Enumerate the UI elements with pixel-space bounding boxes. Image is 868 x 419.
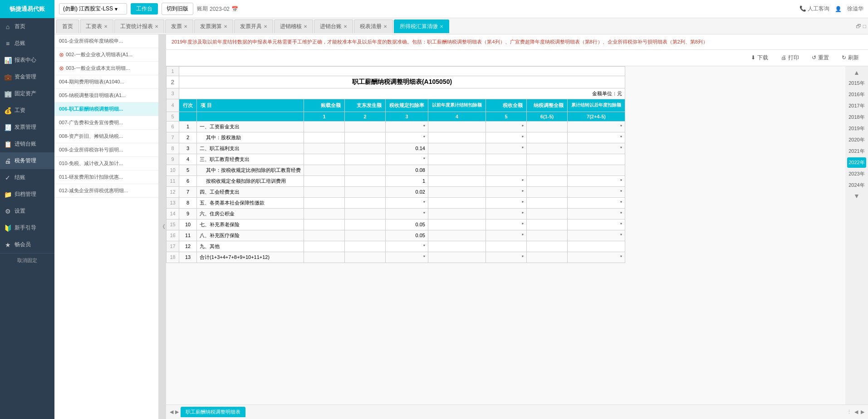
close-icon[interactable]: ✕ xyxy=(304,24,307,29)
nav-right-icon[interactable]: ▶ xyxy=(175,409,179,415)
print-button[interactable]: 🖨 打印 xyxy=(777,53,803,63)
close-icon[interactable]: ✕ xyxy=(155,24,158,29)
year-2022[interactable]: 2022年 xyxy=(847,157,866,168)
ledger-icon: ≡ xyxy=(4,40,12,47)
item-003-label: 003-一般企业成本支出明细... xyxy=(66,65,130,72)
close-icon[interactable]: ✕ xyxy=(440,24,443,29)
year-2019[interactable]: 2019年 xyxy=(847,123,866,134)
close-icon[interactable]: ✕ xyxy=(224,24,227,29)
table-row: 11 6 按税收规定全额扣除的职工培训费用 1 * * xyxy=(167,175,625,186)
tab-invoice-calc[interactable]: 发票测算 ✕ xyxy=(194,19,233,33)
left-item-009[interactable]: 009-企业所得税弥补亏损明... xyxy=(54,143,158,157)
scroll-right-icon[interactable]: ▶ xyxy=(861,409,864,415)
invoice-icon: 🧾 xyxy=(4,124,12,131)
refresh-button[interactable]: ↻ 刷新 xyxy=(838,53,863,63)
year-2016[interactable]: 2016年 xyxy=(847,89,866,100)
sidebar-item-invoice[interactable]: 🧾 发票管理 xyxy=(0,119,54,136)
left-item-003[interactable]: ⊗ 003-一般企业成本支出明细... xyxy=(54,62,158,75)
left-item-006[interactable]: 006-职工薪酬纳税调整明细... xyxy=(54,102,158,116)
sidebar-item-ledger[interactable]: ≡ 总账 xyxy=(0,35,54,52)
col-header-c6: 纳税调整全额 xyxy=(527,99,568,112)
maximize-icon[interactable]: □ xyxy=(863,23,866,29)
reset-button[interactable]: ↺ 重置 xyxy=(808,53,833,63)
item-002-label: 002-一般企业收入明细表(A1... xyxy=(66,51,132,58)
sidebar-item-sales-ledger[interactable]: 📋 进销台账 xyxy=(0,136,54,152)
tab-sales-ledger[interactable]: 进销台账 ✕ xyxy=(314,19,353,33)
sidebar-item-settle[interactable]: ✓ 结账 xyxy=(0,169,54,186)
close-icon[interactable]: ✕ xyxy=(104,24,108,29)
company-selector[interactable]: (勿删) 江西股宝-LSS ▾ xyxy=(59,3,127,15)
sidebar-item-guide[interactable]: 🔰 新手引导 xyxy=(0,219,54,236)
year-2018[interactable]: 2018年 xyxy=(847,112,866,122)
left-item-004[interactable]: 004-期间费用明细表(A1040... xyxy=(54,75,158,89)
left-item-001[interactable]: 001-企业所得税年度纳税申... xyxy=(54,34,158,48)
item-007-label: 007-广告费和业务宣传费明... xyxy=(59,119,123,126)
collapse-button[interactable]: 《 xyxy=(159,34,166,419)
user-avatar: 👤 xyxy=(835,6,842,12)
year-2024[interactable]: 2024年 xyxy=(847,180,866,190)
scroll-left-icon[interactable]: ◀ xyxy=(854,409,858,415)
workbench-button[interactable]: 工作台 xyxy=(131,3,158,15)
sidebar-item-member[interactable]: ★ 畅会员 xyxy=(0,236,54,253)
minimize-icon[interactable]: 🗗 xyxy=(856,23,861,29)
left-item-002[interactable]: ⊗ 002-一般企业收入明细表(A1... xyxy=(54,48,158,62)
table-wrapper[interactable]: 1 2 职工薪酬纳税调整明细表(A105050) 3 xyxy=(166,66,845,405)
left-item-007[interactable]: 007-广告费和业务宣传费明... xyxy=(54,116,158,130)
table-row: 9 4 三、职工教育经费支出 * xyxy=(167,154,625,165)
left-item-005[interactable]: 005-纳税调整项目明细表(A1... xyxy=(54,89,158,102)
year-2023[interactable]: 2023年 xyxy=(847,169,866,179)
close-icon[interactable]: ✕ xyxy=(383,24,387,29)
print-label: 打印 xyxy=(788,54,799,62)
sidebar-item-asset-mgmt-label: 资金管理 xyxy=(15,73,36,81)
service-btn[interactable]: 📞 人工客询 xyxy=(799,5,829,13)
content: 001-企业所得税年度纳税申... ⊗ 002-一般企业收入明细表(A1... … xyxy=(54,34,868,419)
close-icon[interactable]: ✕ xyxy=(184,24,187,29)
sheet-title: 职工薪酬纳税调整明细表(A105050) xyxy=(352,78,452,85)
download-button[interactable]: ⬇ 下载 xyxy=(747,53,772,63)
nav-left-icon[interactable]: ◀ xyxy=(170,409,173,415)
year-2017[interactable]: 2017年 xyxy=(847,101,866,111)
tab-tax-table[interactable]: 税表清册 ✕ xyxy=(354,19,393,33)
scroll-down-arrow[interactable]: ▼ xyxy=(853,191,861,200)
tab-salary[interactable]: 工资表 ✕ xyxy=(80,19,113,33)
sidebar-item-home[interactable]: ⌂ 首页 xyxy=(0,18,54,35)
sidebar-item-salary[interactable]: 💰 工资 xyxy=(0,102,54,119)
report-icon: 📊 xyxy=(4,57,12,64)
year-2015[interactable]: 2015年 xyxy=(847,78,866,88)
archive-icon: 📁 xyxy=(4,191,12,198)
left-item-010[interactable]: 010-免税、减计收入及加计... xyxy=(54,157,158,171)
more-options-icon[interactable]: ⋮ xyxy=(847,409,852,415)
sidebar-item-tax[interactable]: 🖨 税务管理 xyxy=(0,152,54,169)
reset-label: 重置 xyxy=(818,54,829,62)
sidebar-item-archive[interactable]: 📁 归档管理 xyxy=(0,186,54,203)
left-item-011[interactable]: 011-研发费用加计扣除优惠... xyxy=(54,171,158,184)
switch-button[interactable]: 切到旧版 xyxy=(162,3,193,15)
error-icon: ⊗ xyxy=(59,65,64,72)
sidebar-item-asset-mgmt[interactable]: 💼 资金管理 xyxy=(0,68,54,85)
tab-invoice-open[interactable]: 发票开具 ✕ xyxy=(234,19,273,33)
tab-invoice[interactable]: 发票 ✕ xyxy=(165,19,193,33)
sheet-tab-main[interactable]: 职工薪酬纳税调整明细表 xyxy=(181,407,245,417)
subheader-c4: 4 xyxy=(428,112,486,121)
scroll-up-arrow[interactable]: ▲ xyxy=(853,68,861,77)
tab-salary-report[interactable]: 工资统计报表 ✕ xyxy=(114,19,164,33)
sidebar-item-fixed-asset[interactable]: 🏢 固定资产 xyxy=(0,85,54,102)
sidebar-item-report[interactable]: 📊 报表中心 xyxy=(0,52,54,68)
sidebar-item-settings[interactable]: ⚙ 设置 xyxy=(0,203,54,219)
col-header-c4: 以前年度累计结转扣除额 xyxy=(428,99,486,112)
close-icon[interactable]: ✕ xyxy=(343,24,347,29)
year-2021[interactable]: 2021年 xyxy=(847,146,866,156)
year-2020[interactable]: 2020年 xyxy=(847,135,866,145)
left-item-008[interactable]: 008-资产折旧、摊销及纳税... xyxy=(54,130,158,143)
tab-sales-check[interactable]: 进销稽核 ✕ xyxy=(274,19,313,33)
cancel-fixed-btn[interactable]: 取消固定 xyxy=(0,253,54,268)
close-icon[interactable]: ✕ xyxy=(264,24,267,29)
tabbar-actions: 🗗 □ xyxy=(856,23,866,29)
period-value[interactable]: 2023-02 xyxy=(210,6,230,12)
tab-income-tax[interactable]: 所得税汇算清缴 ✕ xyxy=(394,19,449,33)
left-item-012[interactable]: 012-减免企业所得税优惠明细... xyxy=(54,184,158,198)
sidebar-item-ledger-label: 总账 xyxy=(15,39,25,47)
calendar-icon: 📅 xyxy=(231,6,238,12)
tab-home[interactable]: 首页 xyxy=(56,19,79,33)
notice-text: 2019年度涉及取以前年度结转数据的申报表单元格需要手工维护正确，才能校准本年及… xyxy=(172,39,708,44)
